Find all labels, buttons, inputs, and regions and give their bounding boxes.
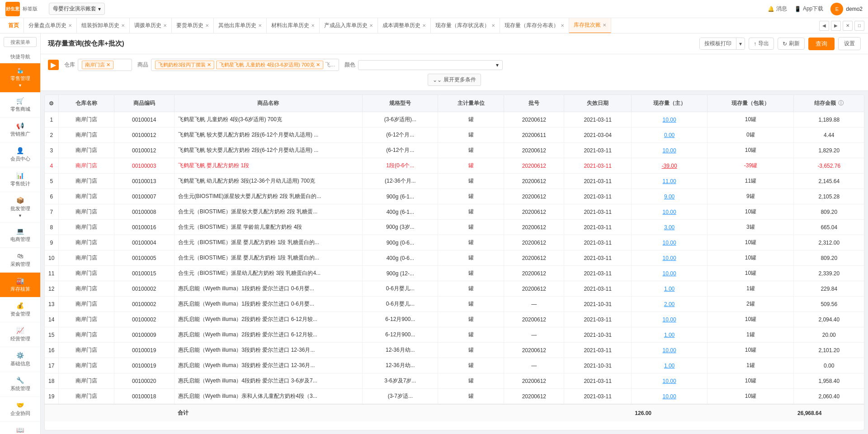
sidebar-item-lingshoux[interactable]: 🛒 零售商城 [0, 93, 40, 118]
tab-close-icon[interactable]: ✕ [68, 23, 72, 28]
tab-close-icon[interactable]: ✕ [603, 23, 606, 28]
sidebar-item-yingxiao[interactable]: 📢 营销推广 [0, 118, 40, 142]
sidebar-item-xitong[interactable]: 🔧 系统管理 [0, 372, 40, 397]
sidebar-item-jichu[interactable]: ⚙️ 基础信息 [0, 347, 40, 372]
sidebar-item-kucun[interactable]: 🏭 库存核算 [0, 273, 40, 297]
tabs-next-btn[interactable]: ▶ [831, 21, 841, 31]
messages-btn[interactable]: 🔔 消息 [768, 5, 787, 13]
qty-main-link[interactable]: 9.00 [664, 193, 675, 200]
tab-close-icon[interactable]: ✕ [369, 23, 373, 28]
tab-qitachuku[interactable]: 其他出库单历史 ✕ [214, 18, 267, 33]
setting-btn[interactable]: 设置 [838, 37, 861, 50]
qty-main-link[interactable]: 3.00 [664, 224, 675, 231]
tabs-nav: ◀ ▶ ✕ □ [819, 21, 864, 31]
qty-main-link[interactable]: 10.00 [663, 347, 676, 354]
qty-main-link[interactable]: 10.00 [663, 240, 676, 246]
sidebar-item-lingshous[interactable]: 🏪 零售管理 ▼ [0, 63, 40, 93]
print-dropdown-btn[interactable]: ▾ [736, 39, 745, 49]
sidebar-item-huiyuan[interactable]: 👤 会员中心 [0, 142, 40, 167]
store-icon: 🛒 [16, 97, 24, 104]
tab-xiancunfenbu[interactable]: 现存量（库存分布表） ✕ [500, 18, 569, 33]
retail-icon: 🏪 [17, 68, 24, 74]
refresh-btn[interactable]: ↻ 刷新 [778, 38, 805, 50]
warehouse-tag-group[interactable]: 南岸门店 ✕ [78, 59, 132, 71]
tab-chengbentiaozhen[interactable]: 成本调整单历史 ✕ [378, 18, 431, 33]
company-select[interactable]: 母婴行业演示账套 ▾ [49, 3, 105, 15]
filter-expand-icon[interactable]: ▶ [48, 60, 59, 70]
bell-icon: 🔔 [768, 6, 774, 12]
warehouse-tag-close-icon[interactable]: ✕ [106, 62, 110, 68]
product-more-dots[interactable]: 飞... [325, 61, 335, 69]
tabs-prev-btn[interactable]: ◀ [819, 21, 829, 31]
tab-picicang[interactable]: 库存批次账 ✕ [569, 18, 611, 33]
tab-close-icon[interactable]: ✕ [422, 23, 426, 28]
sidebar-item-dianshang[interactable]: 💻 电商管理 [0, 223, 40, 248]
tab-close-icon[interactable]: ✕ [121, 23, 125, 28]
tab-close-icon[interactable]: ✕ [163, 23, 167, 28]
tab-yaohuo[interactable]: 要货单历史 ✕ [172, 18, 214, 33]
sidebar-item-zijin[interactable]: 💰 资金管理 [0, 297, 40, 322]
table-row: 4 南岸门店 00100003 飞鹤星飞帆 婴儿配方奶粉 1段 1段(0-6个.… [45, 158, 864, 174]
color-select[interactable]: ▾ [358, 60, 503, 70]
qty-main-link[interactable]: 2.00 [664, 301, 675, 307]
sidebar-item-lingshoutj[interactable]: 📊 零售统计 [0, 167, 40, 192]
collab-icon: 🤝 [16, 401, 24, 409]
tab-home[interactable]: 首页 [4, 18, 24, 33]
tab-close-icon[interactable]: ✕ [205, 23, 209, 28]
qty-main-link[interactable]: 10.00 [663, 316, 676, 323]
table-row: 19 南岸门店 00100018 惠氏启能（Wyeth illuma）亲和人体儿… [45, 389, 864, 405]
expand-more-btn[interactable]: ⌄⌄ 展开更多条件 [428, 74, 481, 86]
tab-chanpinruku[interactable]: 产成品入库单历史 ✕ [320, 18, 378, 33]
tab-zuzhuangchaijian[interactable]: 组装拆卸单历史 ✕ [77, 18, 130, 33]
table-row: 9 南岸门店 00100004 合生元（BIOSTIME）派星 婴儿配方奶粉 1… [45, 235, 864, 250]
qty-main-link[interactable]: 1.00 [664, 286, 675, 292]
qty-main-link[interactable]: 1.00 [664, 332, 675, 338]
amount-info-icon[interactable]: ⓘ [838, 100, 844, 106]
export-btn[interactable]: ↑ 导出 [749, 38, 774, 50]
qty-main-link[interactable]: 10.00 [663, 255, 676, 261]
search-input[interactable] [4, 37, 37, 47]
qty-main-link[interactable]: -39.00 [662, 163, 677, 169]
col-qty-pkg: 现存量（包装） [708, 95, 794, 112]
print-btn[interactable]: 按模板打印 [700, 38, 736, 49]
product-tag-2-close-icon[interactable]: ✕ [316, 62, 320, 68]
member-icon: 👤 [16, 147, 24, 154]
qty-main-link[interactable]: 10.00 [663, 147, 676, 154]
query-btn[interactable]: 查询 [808, 38, 835, 50]
qty-main-link[interactable]: 10.00 [663, 393, 676, 400]
tab-close-icon[interactable]: ✕ [311, 23, 315, 28]
table-row: 18 南岸门店 00100020 惠氏启能（Wyeth illuma）4段奶粉 … [45, 373, 864, 389]
app-download-btn[interactable]: 📱 App下载 [794, 5, 823, 13]
user-area[interactable]: E demo2 [830, 3, 863, 15]
product-tag-1-close-icon[interactable]: ✕ [207, 62, 211, 68]
col-settings[interactable]: ⚙ [45, 95, 58, 112]
tab-fenliangpandian[interactable]: 分量盘点单历史 ✕ [24, 18, 77, 33]
product-tag-group[interactable]: 飞鹤奶粉3段丙丁摆装 ✕ 飞鹤星飞帆 儿童奶粉 4段(3-6岁适用) 700克 … [151, 59, 339, 71]
tab-cailiaochu[interactable]: 材料出库单历史 ✕ [267, 18, 320, 33]
tab-diaoboddan[interactable]: 调拨单历史 ✕ [130, 18, 172, 33]
avatar: E [830, 3, 843, 15]
tabs-expand-btn[interactable]: □ [854, 21, 864, 31]
table-row: 5 南岸门店 00100013 飞鹤星飞帆 幼儿配方奶粉 3段(12-36个月幼… [45, 174, 864, 189]
qty-main-link[interactable]: 10.00 [663, 378, 676, 384]
qty-main-link[interactable]: 10.00 [663, 209, 676, 215]
tab-close-icon[interactable]: ✕ [491, 23, 495, 28]
tab-close-icon[interactable]: ✕ [258, 23, 262, 28]
qty-main-link[interactable]: 10.00 [663, 117, 676, 123]
qty-main-link[interactable]: 0.00 [664, 132, 675, 138]
sidebar-item-qiyexietong[interactable]: 🤝 企业协同 [0, 397, 40, 422]
tab-close-icon[interactable]: ✕ [561, 23, 564, 28]
sidebar-item-pifa[interactable]: 📦 批发管理 ▼ [0, 192, 40, 223]
sidebar-item-jingying[interactable]: 📈 经营管理 [0, 322, 40, 347]
table-row: 11 南岸门店 00100015 合生元（BIOSTIME）派星幼儿配方奶粉 3… [45, 266, 864, 281]
sidebar-item-xinshouyindao[interactable]: 📖 新手引导 [0, 422, 40, 434]
qty-main-link[interactable]: 10.00 [663, 270, 676, 277]
tab-xiancunzhuang[interactable]: 现存量（库存状况表） ✕ [431, 18, 500, 33]
top-bar: 好生意 标签版 母婴行业演示账套 ▾ 🔔 消息 📱 App下载 E demo2 [0, 0, 868, 18]
tabs-close-btn[interactable]: ✕ [843, 21, 853, 31]
qty-main-link[interactable]: 1.00 [664, 363, 675, 369]
sidebar-shortcut[interactable]: 快捷导航 [0, 51, 40, 63]
filter-row: ▶ 仓库 南岸门店 ✕ 商品 飞鹤奶粉3段 [48, 59, 861, 71]
sidebar-item-caigou[interactable]: 🛍 采购管理 [0, 248, 40, 273]
qty-main-link[interactable]: 11.00 [663, 178, 676, 184]
